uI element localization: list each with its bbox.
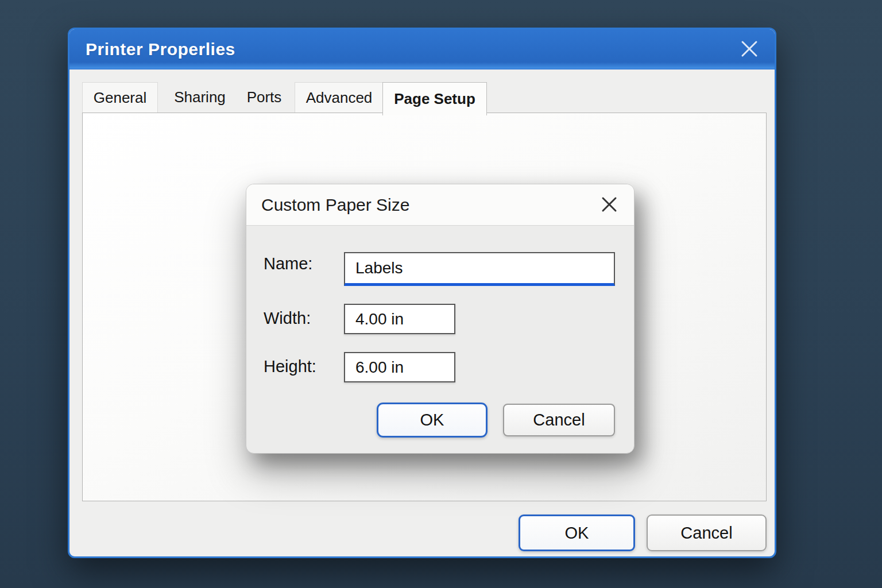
- height-input[interactable]: [344, 352, 455, 382]
- tab-page-setup[interactable]: Page Setup: [382, 82, 487, 115]
- main-cancel-button[interactable]: Cancel: [647, 514, 767, 551]
- name-input[interactable]: [344, 252, 615, 286]
- close-icon: [600, 195, 618, 216]
- height-label: Height:: [264, 357, 316, 376]
- width-label: Width:: [264, 309, 311, 328]
- tab-ports[interactable]: Ports: [239, 82, 289, 113]
- window-titlebar: Printer Properlies: [69, 29, 775, 69]
- window-title: Printer Properlies: [69, 40, 235, 59]
- dialog-title: Custom Paper Size: [246, 195, 409, 215]
- dialog-ok-button[interactable]: OK: [377, 403, 488, 438]
- custom-paper-size-dialog: Custom Paper Size Name: Width: Height: O…: [246, 184, 635, 454]
- main-ok-button[interactable]: OK: [519, 514, 635, 551]
- close-icon: [740, 39, 759, 61]
- window-close-button[interactable]: [737, 37, 762, 63]
- tab-advanced[interactable]: Advanced: [295, 82, 384, 113]
- width-input[interactable]: [344, 304, 455, 334]
- desktop-background: Printer Properlies General Sharing Ports…: [0, 0, 882, 588]
- tab-general[interactable]: General: [82, 82, 158, 113]
- dialog-cancel-button[interactable]: Cancel: [503, 404, 615, 436]
- name-label: Name:: [264, 254, 312, 273]
- tab-sharing[interactable]: Sharing: [166, 82, 234, 113]
- dialog-close-button[interactable]: [597, 194, 621, 218]
- dialog-titlebar: Custom Paper Size: [246, 184, 634, 226]
